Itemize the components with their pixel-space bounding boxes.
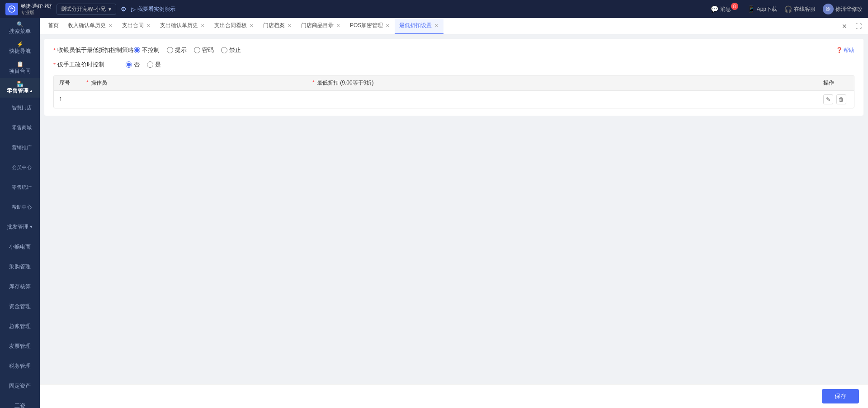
tab-pos-password-mgmt[interactable]: POS加密管理 ✕: [345, 18, 395, 34]
help-icon: ❓: [836, 47, 843, 53]
sidebar-item-member-center[interactable]: 会员中心: [0, 157, 40, 177]
search-icon: 🔍: [17, 21, 24, 28]
sidebar-item-retail-mall[interactable]: 零售商城: [0, 117, 40, 137]
settings-icon[interactable]: ⚙: [121, 5, 127, 13]
th-discount: * 最低折扣 (9.00等于9折): [307, 75, 818, 91]
retail-icon: 🏪: [17, 81, 24, 87]
radio-input-password[interactable]: [194, 47, 200, 53]
message-icon: 💬: [711, 5, 718, 13]
retail-arrow-icon: ▲: [29, 89, 33, 93]
tab-close-store-product-catalog[interactable]: ✕: [335, 23, 341, 28]
sidebar-item-retail-stats[interactable]: 零售统计: [0, 177, 40, 197]
logo-text: 畅捷·通好业财 专业版: [21, 3, 52, 15]
sidebar-item-inventory[interactable]: 库存核算: [0, 277, 40, 296]
radio-no[interactable]: 否: [126, 61, 140, 69]
manual-price-label: * 仅手工改价时控制: [53, 61, 126, 69]
tab-income-confirm-history[interactable]: 收入确认单历史 ✕: [63, 18, 118, 34]
sidebar-item-finance[interactable]: 资金管理: [0, 296, 40, 316]
sidebar-item-ecommerce[interactable]: 小畅电商: [0, 237, 40, 257]
tab-payment-contract-board[interactable]: 支出合同看板 ✕: [210, 18, 259, 34]
sidebar-item-purchase-mgmt[interactable]: 采购管理: [0, 257, 40, 277]
avatar: 徐: [823, 4, 834, 14]
header-right: 💬 消息 8 📱 App下载 🎧 在线客服 徐 徐泽华修改: [711, 4, 863, 14]
radio-prompt[interactable]: 提示: [167, 46, 187, 54]
radio-input-yes[interactable]: [147, 61, 153, 68]
tab-close-store-file[interactable]: ✕: [287, 23, 292, 28]
table-row: 1 ✎ 🗑: [54, 91, 854, 108]
sidebar-item-salary[interactable]: 工资: [0, 396, 40, 408]
required-star-2: *: [53, 61, 56, 68]
user-action[interactable]: 徐 徐泽华修改: [823, 4, 863, 14]
radio-input-forbidden[interactable]: [221, 47, 227, 53]
project-selector[interactable]: 测试分开完程-小兄 ▼: [57, 4, 116, 15]
row-edit-btn[interactable]: ✎: [823, 94, 833, 104]
svg-point-0: [9, 6, 15, 12]
radio-forbidden[interactable]: 禁止: [221, 46, 241, 54]
tab-close-payment-contract[interactable]: ✕: [146, 23, 151, 28]
tab-close-all-btn[interactable]: ✕: [839, 22, 850, 31]
message-badge: 8: [731, 3, 738, 10]
project-name: 测试分开完程-小兄: [61, 5, 106, 13]
tab-payment-contract[interactable]: 支出合同 ✕: [118, 18, 156, 34]
discount-table: 序号 * 操作员 * 最低折扣 (9.00等于9折): [54, 75, 854, 108]
page-content: * 收银员低于最低折扣控制策略 不控制 提示: [40, 34, 868, 384]
tab-close-payment-confirm-history[interactable]: ✕: [200, 23, 205, 28]
radio-input-no-control[interactable]: [134, 47, 140, 53]
quick-nav-icon: ⚡: [17, 41, 24, 47]
radio-input-prompt[interactable]: [167, 47, 173, 53]
cell-operator: [81, 91, 307, 108]
app-download-action[interactable]: 📱 App下载: [747, 5, 777, 13]
sidebar-item-invoice-mgmt[interactable]: 发票管理: [0, 336, 40, 356]
sidebar-item-project-contract[interactable]: 📋 项目合同: [0, 58, 40, 78]
sidebar-item-retail-mgmt[interactable]: 🏪 零售管理 ▲: [0, 78, 40, 98]
th-operator: * 操作员: [81, 75, 307, 91]
th-discount-required: *: [312, 80, 315, 86]
sidebar-item-marketing[interactable]: 营销推广: [0, 137, 40, 157]
header-left: 畅捷·通好业财 专业版 测试分开完程-小兄 ▼ ⚙ ▷ 我要看实例演示: [5, 3, 175, 15]
tab-min-discount-settings[interactable]: 最低折扣设置 ✕: [395, 18, 443, 34]
tab-close-min-discount-settings[interactable]: ✕: [434, 23, 439, 28]
th-seq: 序号: [54, 75, 81, 91]
radio-password[interactable]: 密码: [194, 46, 214, 54]
demo-link[interactable]: ▷ 我要看实例演示: [131, 5, 175, 13]
sidebar-item-tax-mgmt[interactable]: 税务管理: [0, 356, 40, 376]
sidebar-item-help-center[interactable]: 帮助中心: [0, 197, 40, 217]
tab-bar-actions: ✕ ⛶: [839, 22, 864, 31]
sidebar-item-smart-store[interactable]: 智慧门店: [0, 98, 40, 117]
radio-yes[interactable]: 是: [147, 61, 161, 69]
manual-price-radio-group: 否 是: [126, 61, 161, 69]
sidebar-item-quick-nav[interactable]: ⚡ 快捷导航: [0, 38, 40, 58]
sidebar-item-fixed-assets[interactable]: 固定资产: [0, 376, 40, 396]
tab-expand-btn[interactable]: ⛶: [853, 22, 864, 31]
tab-close-income-confirm-history[interactable]: ✕: [108, 23, 113, 28]
play-icon: ▷: [131, 6, 136, 13]
tab-payment-confirm-history[interactable]: 支出确认单历史 ✕: [156, 18, 210, 34]
message-action[interactable]: 💬 消息 8: [711, 5, 740, 13]
tab-home[interactable]: 首页: [43, 18, 63, 34]
cell-actions: ✎ 🗑: [818, 91, 854, 108]
sidebar-item-accounting[interactable]: 总账管理: [0, 316, 40, 336]
save-button[interactable]: 保存: [822, 389, 859, 403]
sidebar-item-wholesale-mgmt[interactable]: 批发管理 ▼: [0, 217, 40, 237]
logo-area: 畅捷·通好业财 专业版: [5, 3, 52, 15]
help-link[interactable]: ❓ 帮助: [836, 47, 854, 54]
radio-input-no[interactable]: [126, 61, 132, 68]
top-header: 畅捷·通好业财 专业版 测试分开完程-小兄 ▼ ⚙ ▷ 我要看实例演示 💬 消息…: [0, 0, 868, 18]
sidebar-item-search-menu[interactable]: 🔍 搜索菜单: [0, 18, 40, 38]
tab-close-payment-contract-board[interactable]: ✕: [249, 23, 254, 28]
manual-price-row: * 仅手工改价时控制 否 是: [53, 61, 854, 69]
tab-store-product-catalog[interactable]: 门店商品目录 ✕: [297, 18, 345, 34]
wholesale-arrow-icon: ▼: [29, 225, 33, 229]
cell-seq: 1: [54, 91, 81, 108]
tab-store-file[interactable]: 门店档案 ✕: [259, 18, 297, 34]
row-delete-btn[interactable]: 🗑: [836, 94, 846, 104]
online-service-action[interactable]: 🎧 在线客服: [784, 5, 816, 13]
radio-no-control[interactable]: 不控制: [134, 46, 160, 54]
cell-discount: [307, 91, 818, 108]
th-operator-required: *: [86, 80, 89, 86]
main-layout: 🔍 搜索菜单 ⚡ 快捷导航 📋 项目合同 🏪 零售管理 ▲ 智慧门店 零售商城 …: [0, 18, 868, 408]
tab-close-pos-password-mgmt[interactable]: ✕: [385, 23, 390, 28]
control-strategy-radio-group: 不控制 提示 密码 禁止: [134, 46, 241, 54]
bottom-bar: 保存: [40, 384, 868, 408]
th-actions: 操作: [818, 75, 854, 91]
